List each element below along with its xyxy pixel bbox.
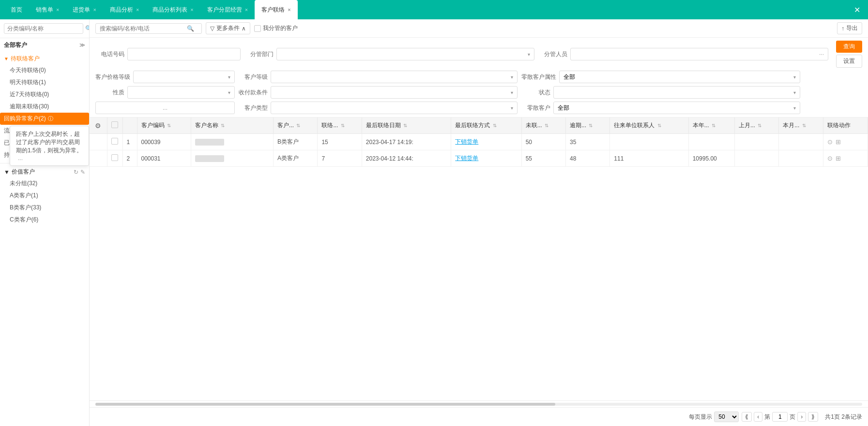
sidebar-item-tomorrow-pending[interactable]: 明天待联络(1) — [0, 76, 89, 88]
more-dots-button[interactable]: ... — [95, 102, 235, 114]
table-col-this-year[interactable]: 本年... ⇅ — [688, 118, 734, 134]
nav-purchase[interactable]: 进货单 × — [66, 0, 103, 19]
sidebar-item-c-class[interactable]: C类客户(6) — [0, 214, 89, 226]
last-contact-date-sort-icon: ⇅ — [403, 123, 407, 128]
sidebar-item-b-class[interactable]: B类客户(33) — [0, 202, 89, 214]
row2-view-icon[interactable]: ⊙ — [827, 155, 833, 162]
my-customer-checkbox[interactable] — [254, 25, 261, 32]
row2-contact-method-link[interactable]: 下销货单 — [455, 155, 478, 162]
sidebar-item-overdue-pending[interactable]: 逾期未联络(30) — [0, 101, 89, 113]
last-page-button[interactable]: ⟫ — [808, 412, 818, 422]
row1-checkbox[interactable] — [107, 134, 122, 150]
sidebar-pending-group[interactable]: ▼ 待联络客户 — [0, 52, 89, 64]
table-col-this-month[interactable]: 本月... ⇅ — [779, 118, 823, 134]
main-search-input[interactable] — [100, 25, 187, 32]
row2-last-contact-method[interactable]: 下销货单 — [451, 150, 521, 167]
row1-customer-name — [191, 134, 273, 150]
gender-select[interactable]: ▾ — [127, 86, 235, 99]
nav-purchase-close[interactable]: × — [93, 7, 96, 13]
row2-checkbox-input[interactable] — [111, 154, 118, 161]
nav-sales-close[interactable]: × — [56, 7, 59, 13]
nav-home[interactable]: 首页 — [4, 0, 29, 19]
sidebar-item-ungrouped[interactable]: 未分组(32) — [0, 177, 89, 190]
retail-customer-select[interactable]: 全部 ▾ — [553, 102, 800, 114]
last-month-sort-icon: ⇅ — [758, 123, 761, 128]
table-col-unit-contacts[interactable]: 往来单位联系人 ⇅ — [610, 118, 688, 134]
window-close-button[interactable]: ✕ — [850, 5, 864, 15]
customer-level-select[interactable]: ▾ — [271, 71, 518, 83]
row2-unreached: 55 — [521, 150, 565, 167]
table-settings-gear-icon[interactable]: ⚙ — [95, 122, 101, 130]
setting-button[interactable]: 设置 — [836, 55, 862, 68]
export-button[interactable]: ↑ 导出 — [837, 22, 862, 34]
price-level-select[interactable]: ▾ — [133, 71, 235, 83]
nav-product-analysis-list-close[interactable]: × — [190, 7, 193, 13]
sidebar-item-a-class[interactable]: A类客户(1) — [0, 190, 89, 202]
sidebar-collapse-btn[interactable]: ≫ — [79, 42, 85, 48]
table-col-settings[interactable]: ⚙ — [90, 118, 107, 134]
nav-customer-tier-close[interactable]: × — [245, 7, 248, 13]
nav-customer-contact-close[interactable]: × — [288, 7, 290, 13]
row1-contact-method-link[interactable]: 下销货单 — [455, 138, 478, 145]
customer-type-select[interactable]: ▾ — [271, 102, 518, 114]
nav-customer-tier[interactable]: 客户分层经营 × — [200, 0, 255, 19]
table-col-last-contact-date[interactable]: 最后联络日期 ⇅ — [362, 118, 451, 134]
dept-select[interactable]: ▾ — [276, 48, 534, 60]
sidebar-value-group[interactable]: ▼ 价值客户 ↻ ✎ — [0, 165, 89, 177]
nav-product-analysis-list[interactable]: 商品分析列表 × — [146, 0, 200, 19]
next-page-button[interactable]: › — [797, 412, 806, 422]
main-search-icon[interactable]: 🔍 — [187, 25, 194, 32]
phone-input[interactable] — [127, 48, 241, 60]
manager-input[interactable]: ··· — [570, 48, 828, 60]
value-group-refresh-icon[interactable]: ↻ — [74, 169, 78, 176]
query-button[interactable]: 查询 — [836, 41, 862, 53]
nav-customer-contact[interactable]: 客户联络 × — [255, 0, 297, 19]
value-group-edit-icon[interactable]: ✎ — [80, 169, 85, 176]
nav-sales[interactable]: 销售单 × — [29, 0, 66, 19]
sidebar-item-today-pending[interactable]: 今天待联络(0) — [0, 64, 89, 76]
sidebar-search-icon[interactable]: 🔍 — [85, 25, 90, 32]
row1-checkbox-input[interactable] — [111, 138, 118, 145]
retail-attr-label: 零散客户属性 — [521, 73, 556, 81]
sidebar-item-7day-pending[interactable]: 近7天待联络(0) — [0, 88, 89, 101]
left-sidebar: 🔍 全部客户 ≫ ▼ 待联络客户 今天待联络(0) 明天待联络(1) 近7天待联… — [0, 19, 90, 426]
tooltip-more-icon[interactable]: ... — [18, 155, 23, 162]
first-page-button[interactable]: ⟪ — [742, 412, 752, 422]
pending-arrow-icon: ▼ — [4, 56, 9, 61]
prev-page-button[interactable]: ‹ — [754, 412, 762, 422]
row2-checkbox[interactable] — [107, 150, 122, 167]
row1-view-icon[interactable]: ⊙ — [827, 138, 833, 146]
row2-this-month — [779, 150, 823, 167]
nav-product-analysis-close[interactable]: × — [136, 7, 139, 13]
table-col-customer-code[interactable]: 客户编码 ⇅ — [137, 118, 191, 134]
table-col-last-month[interactable]: 上月... ⇅ — [734, 118, 778, 134]
table-col-last-contact-method[interactable]: 最后联络方式 ⇅ — [451, 118, 521, 134]
scroll-thumb[interactable] — [95, 403, 555, 406]
export-icon: ↑ — [841, 25, 844, 32]
table-header-checkbox[interactable] — [111, 121, 118, 128]
table-col-customer-type[interactable]: 客户... ⇅ — [274, 118, 318, 134]
right-content: 🔍 ▽ 更多条件 ∧ 我分管的客户 ↑ 导出 电话号码 — [90, 19, 868, 426]
my-customer-checkbox-area[interactable]: 我分管的客户 — [254, 24, 298, 32]
table-col-overdue[interactable]: 逾期... ⇅ — [566, 118, 610, 134]
row2-more-icon[interactable]: ⊞ — [836, 155, 841, 162]
retail-attr-select[interactable]: 全部 ▾ — [559, 71, 800, 83]
table-col-customer-name[interactable]: 客户名称 ⇅ — [191, 118, 273, 134]
row2-action-icons: ⊙ ⊞ — [827, 155, 864, 162]
status-select[interactable]: ▾ — [553, 86, 800, 99]
row1-last-contact-method[interactable]: 下销货单 — [451, 134, 521, 150]
table-col-checkbox[interactable] — [107, 118, 122, 134]
row1-unit-contacts — [610, 134, 688, 150]
page-navigator: ⟪ ‹ 第 页 › ⟫ — [742, 412, 818, 422]
sidebar-item-rebuy-abnormal[interactable]: 回购异常客户(2) ⓘ — [0, 113, 89, 125]
per-page-select[interactable]: 50 100 200 — [714, 411, 739, 422]
row1-more-icon[interactable]: ⊞ — [836, 138, 841, 146]
horizontal-scrollbar[interactable] — [90, 400, 868, 407]
more-filter-button[interactable]: ▽ 更多条件 ∧ — [206, 22, 250, 34]
table-col-contact[interactable]: 联络... ⇅ — [318, 118, 362, 134]
page-number-input[interactable] — [772, 412, 788, 422]
sidebar-search-input[interactable] — [4, 23, 83, 34]
payment-select[interactable]: ▾ — [271, 86, 518, 99]
table-col-unreached[interactable]: 未联... ⇅ — [521, 118, 565, 134]
nav-product-analysis[interactable]: 商品分析 × — [103, 0, 146, 19]
